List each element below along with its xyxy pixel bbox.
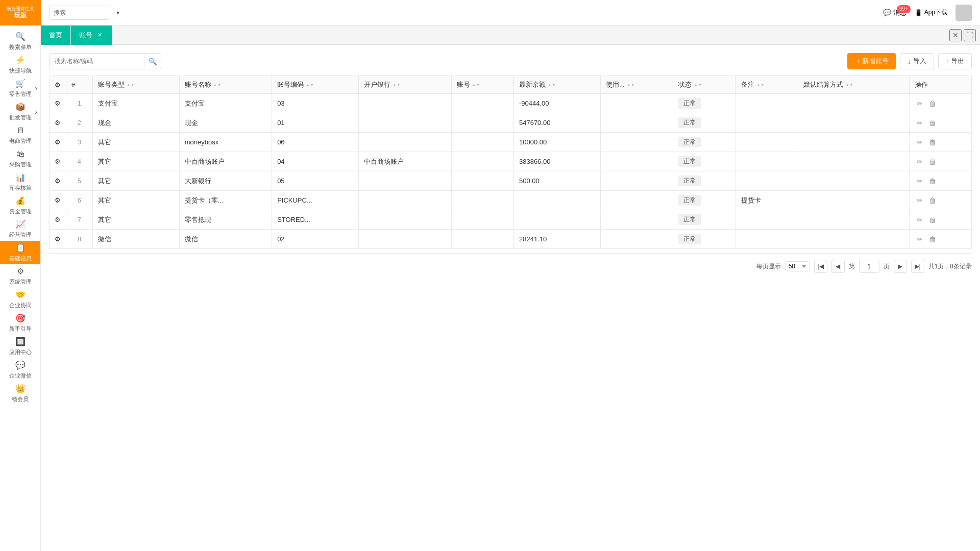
col-num: # [66,76,93,94]
cell-gear[interactable]: ⚙ [50,113,66,133]
cell-actions[interactable]: ✏ 🗑 [909,133,971,152]
window-expand-btn[interactable]: ⛶ [964,29,976,41]
export-icon: ↑ [946,58,949,65]
sidebar-item-快捷导航[interactable]: ⚡ 快捷导航 [0,53,40,77]
export-button[interactable]: ↑ 导出 [938,53,972,69]
sidebar-item-资金管理[interactable]: 💰 资金管理 [0,194,40,217]
col-name[interactable]: 账号名称▲▼ [179,76,272,94]
sidebar-item-搜索菜单[interactable]: 🔍 搜索菜单 [0,30,40,53]
sidebar-item-系统管理[interactable]: ⚙ 系统管理 [0,264,40,288]
cell-type: 其它 [92,191,179,210]
delete-button[interactable]: 🗑 [927,195,938,206]
cell-actions[interactable]: ✏ 🗑 [909,171,971,191]
topbar-message[interactable]: 💬 消息 99+ [883,8,906,17]
cell-usage [601,113,673,133]
cell-gear[interactable]: ⚙ [50,133,66,152]
sidebar-label: 电商管理 [9,137,32,144]
edit-button[interactable]: ✏ [915,137,925,147]
sidebar-item-采购管理[interactable]: 🛍 采购管理 [0,147,40,170]
cell-type: 其它 [92,133,179,152]
topbar-app-download[interactable]: 📱 App下载 [915,8,947,17]
sidebar-item-批发管理[interactable]: 📦 批发管理 [0,100,40,123]
cell-num: 5 [66,171,93,191]
col-remark[interactable]: 备注▲▼ [736,76,798,94]
cell-actions[interactable]: ✏ 🗑 [909,210,971,230]
cell-usage [601,210,673,230]
cell-actions[interactable]: ✏ 🗑 [909,94,971,113]
cell-code: PICKUPC... [272,191,359,210]
add-account-button[interactable]: + 新增账号 [847,53,896,69]
sidebar-item-企业微信[interactable]: 💬 企业微信 [0,358,40,382]
cell-gear[interactable]: ⚙ [50,152,66,171]
cell-code: 03 [272,94,359,113]
sidebar-item-新手引导[interactable]: 🎯 新手引导 [0,311,40,335]
search-button[interactable]: 🔍 [144,53,161,69]
edit-button[interactable]: ✏ [915,195,925,206]
prev-page-button[interactable]: ◀ [831,260,845,273]
col-bank[interactable]: 开户银行▲▼ [359,76,451,94]
sidebar-label: 基础信息 [9,255,32,262]
import-button[interactable]: ↓ 导入 [900,53,934,69]
cell-status: 正常 [673,152,736,171]
user-avatar[interactable] [955,5,972,21]
sidebar-label: 畅会员 [12,395,29,403]
edit-button[interactable]: ✏ [915,98,925,109]
col-status[interactable]: 状态▲▼ [673,76,736,94]
first-page-button[interactable]: |◀ [814,260,827,273]
tab-首页[interactable]: 首页 [41,26,71,45]
col-balance[interactable]: 最新余额▲▼ [513,76,600,94]
sidebar-item-电商管理[interactable]: 🖥 电商管理 [0,123,40,147]
delete-button[interactable]: 🗑 [927,234,938,244]
cell-gear[interactable]: ⚙ [50,210,66,230]
sidebar-item-畅会员[interactable]: 👑 畅会员 [0,382,40,405]
sidebar-item-零售管理[interactable]: 🛒 零售管理 [0,77,40,100]
edit-button[interactable]: ✏ [915,176,925,186]
cell-gear[interactable]: ⚙ [50,230,66,249]
delete-button[interactable]: 🗑 [927,215,938,225]
cell-gear[interactable]: ⚙ [50,94,66,113]
col-type[interactable]: 账号类型▲▼ [92,76,179,94]
cell-actions[interactable]: ✏ 🗑 [909,152,971,171]
sidebar-item-经营管理[interactable]: 📈 经营管理 [0,217,40,241]
tab-close-icon[interactable]: ✕ [95,31,104,39]
col-label: 备注 [741,81,754,88]
cell-gear[interactable]: ⚙ [50,171,66,191]
edit-button[interactable]: ✏ [915,215,925,225]
topbar-search-input[interactable] [49,6,110,20]
page-size-select[interactable]: 50 100 200 [785,261,810,271]
edit-button[interactable]: ✏ [915,118,925,128]
tab-账号[interactable]: 账号✕ [71,26,112,45]
sidebar-icon: 📈 [9,219,32,230]
sidebar-item-基础信息[interactable]: 📋 基础信息 [0,241,40,264]
delete-button[interactable]: 🗑 [927,118,938,128]
col-account[interactable]: 账号▲▼ [451,76,513,94]
col-usage[interactable]: 使用...▲▼ [601,76,673,94]
delete-button[interactable]: 🗑 [927,98,938,109]
next-page-button[interactable]: ▶ [894,260,907,273]
topbar-dropdown[interactable]: ▾ [116,9,119,16]
sidebar: 畅捷通财生意 玩版 🔍 搜索菜单 ⚡ 快捷导航 🛒 零售管理 📦 批发管理 🖥 … [0,0,41,551]
cell-code: 04 [272,152,359,171]
cell-name: 提货卡（零... [179,191,272,210]
window-close-btn[interactable]: ✕ [949,29,962,41]
sidebar-icon: 🎯 [9,313,32,324]
edit-button[interactable]: ✏ [915,157,925,167]
col-default_pay[interactable]: 默认结算方式▲▼ [798,76,910,94]
cell-gear[interactable]: ⚙ [50,191,66,210]
delete-button[interactable]: 🗑 [927,176,938,186]
sidebar-item-企业协同[interactable]: 🤝 企业协同 [0,288,40,311]
cell-actions[interactable]: ✏ 🗑 [909,113,971,133]
cell-actions[interactable]: ✏ 🗑 [909,191,971,210]
col-code[interactable]: 账号编码▲▼ [272,76,359,94]
page-number-input[interactable] [859,260,879,273]
last-page-button[interactable]: ▶| [911,260,924,273]
sidebar-item-库存核算[interactable]: 📊 库存核算 [0,170,40,194]
cell-actions[interactable]: ✏ 🗑 [909,230,971,249]
delete-button[interactable]: 🗑 [927,137,938,147]
edit-button[interactable]: ✏ [915,234,925,244]
delete-button[interactable]: 🗑 [927,157,938,167]
sidebar-label: 应用中心 [9,348,32,356]
sidebar-item-应用中心[interactable]: 🔲 应用中心 [0,335,40,358]
cell-bank: 中百商场账户 [359,152,451,171]
search-input[interactable] [50,58,144,65]
